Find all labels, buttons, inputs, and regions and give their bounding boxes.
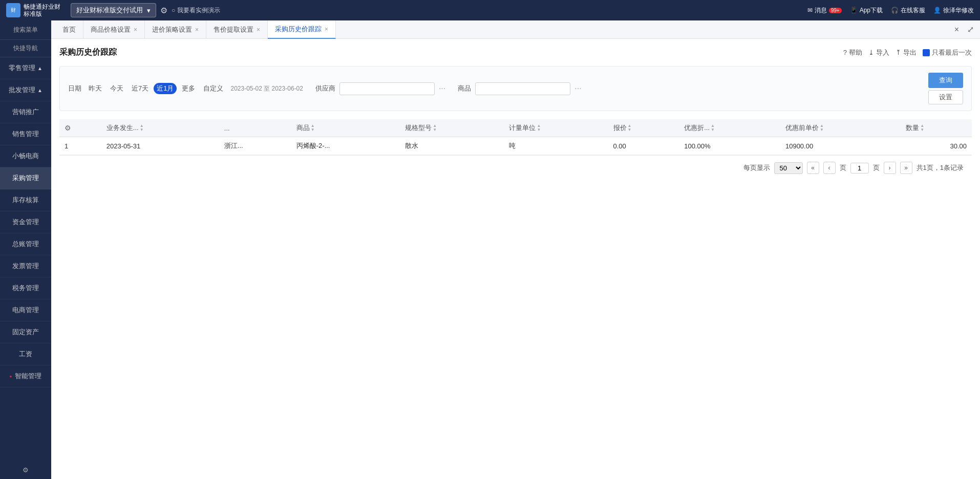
message-button[interactable]: ✉ 消息 99+ (807, 6, 842, 15)
page-title: 采购历史价跟踪 (59, 47, 117, 58)
export-button[interactable]: ⤒ 导出 (896, 48, 917, 57)
first-page-button[interactable]: « (807, 162, 819, 174)
date-opt-custom[interactable]: 自定义 (200, 83, 226, 94)
col-discount-sort[interactable]: 优惠折... ▲▼ (684, 123, 775, 133)
col-original-price-header: 优惠前单价 ▲▼ (780, 119, 901, 137)
sidebar-item-inventory[interactable]: 库存核算 (0, 189, 51, 211)
settings-button[interactable]: 设置 (928, 90, 963, 104)
filter-row: 日期 昨天 今天 近7天 近1月 更多 自定义 2023-05-02 至 202… (68, 73, 963, 104)
tab-close-product-price[interactable]: × (134, 26, 137, 33)
page-total-info: 共1页，1条记录 (917, 163, 964, 172)
tab-actions: × ⤢ (952, 24, 976, 35)
tab-product-price[interactable]: 商品价格设置 × (83, 20, 145, 39)
sidebar-item-wholesale[interactable]: 批发管理 ▲ (0, 79, 51, 101)
sidebar-item-retail[interactable]: 零售管理 ▲ (0, 57, 51, 79)
pagination: 每页显示 50 100 200 « ‹ 页 页 › » 共1页，1条记录 (59, 155, 972, 180)
table-header-row: ⚙ 业务发生... ▲▼ ... (59, 119, 972, 137)
column-settings-icon[interactable]: ⚙ (65, 124, 71, 132)
sidebar-settings-button[interactable]: ⚙ (0, 461, 51, 479)
per-page-label: 每页显示 (743, 163, 770, 172)
tab-purchase-strategy[interactable]: 进价策略设置 × (145, 20, 206, 39)
sidebar-item-ledger[interactable]: 总账管理 (0, 233, 51, 255)
date-opt-more[interactable]: 更多 (179, 83, 198, 94)
supplier-input[interactable] (339, 82, 435, 95)
user-menu-button[interactable]: 👤 徐泽华修改 (933, 6, 974, 15)
sidebar-search[interactable]: 搜索菜单 (0, 20, 51, 40)
page-label-suffix: 页 (873, 163, 880, 172)
tab-close-purchase-strategy[interactable]: × (195, 26, 199, 33)
col-original-price-sort[interactable]: 优惠前单价 ▲▼ (785, 123, 896, 133)
product-input[interactable] (475, 82, 570, 95)
next-page-button[interactable]: › (884, 162, 896, 174)
help-icon: ? (843, 49, 847, 56)
sidebar-item-tax[interactable]: 税务管理 (0, 277, 51, 299)
col-product-sort[interactable]: 商品 ▲▼ (296, 123, 395, 133)
product-label: 商品 (458, 84, 471, 93)
sidebar-item-invoice[interactable]: 发票管理 (0, 255, 51, 277)
sidebar-item-purchase[interactable]: 采购管理 (0, 167, 51, 189)
date-opt-today[interactable]: 今天 (107, 83, 126, 94)
date-opt-yesterday[interactable]: 昨天 (86, 83, 105, 94)
tab-home[interactable]: 首页 (55, 20, 83, 39)
sidebar-item-payroll[interactable]: 工资 (0, 343, 51, 365)
col-unit-sort[interactable]: 计量单位 ▲▼ (509, 123, 603, 133)
sidebar-item-assets[interactable]: 固定资产 (0, 321, 51, 343)
last-page-button[interactable]: » (900, 162, 912, 174)
logo-area: 财 畅捷通好业财 标准版 (6, 3, 60, 18)
headset-icon: 🎧 (891, 7, 899, 14)
sidebar-item-sales[interactable]: 销售管理 (0, 123, 51, 145)
query-button[interactable]: 查询 (928, 73, 963, 88)
supplier-filter-group: 供应商 ··· (315, 82, 445, 95)
tab-close-all-button[interactable]: × (952, 24, 961, 35)
sidebar-item-ecommerce[interactable]: 电商管理 (0, 299, 51, 321)
tab-expand-button[interactable]: ⤢ (965, 24, 976, 35)
app-selector[interactable]: 好业财标准版交付试用 ▾ (71, 3, 156, 17)
user-icon: 👤 (933, 7, 941, 14)
import-button[interactable]: ⤓ 导入 (868, 48, 889, 57)
dot-icon: ● (10, 374, 12, 379)
cell-discount: 100.00% (679, 137, 780, 155)
sidebar-item-finance[interactable]: 资金管理 (0, 211, 51, 233)
tab-sale-price[interactable]: 售价提取设置 × (206, 20, 268, 39)
col-quote-header: 报价 ▲▼ (608, 119, 679, 137)
tab-purchase-history[interactable]: 采购历史价跟踪 × (268, 20, 336, 39)
col-spec-sort[interactable]: 规格型号 ▲▼ (405, 123, 499, 133)
topbar: 财 畅捷通好业财 标准版 好业财标准版交付试用 ▾ ⚙ ○ 我要看实例演示 ✉ … (0, 0, 980, 20)
col-quote-sort[interactable]: 报价 ▲▼ (613, 123, 674, 133)
sort-arrows-product: ▲▼ (311, 124, 315, 132)
sort-arrows-quantity: ▲▼ (920, 124, 924, 132)
col-date-sort[interactable]: 业务发生... ▲▼ (106, 123, 214, 133)
table-body: 1 2023-05-31 浙江... 丙烯酸-2-... 散水 吨 0.00 1… (59, 137, 972, 155)
page-number-input[interactable] (850, 163, 869, 173)
demo-button[interactable]: ○ 我要看实例演示 (172, 6, 220, 15)
col-unit-header: 计量单位 ▲▼ (504, 119, 608, 137)
cell-product: 丙烯酸-2-... (291, 137, 400, 155)
page-header: 采购历史价跟踪 ? 帮助 ⤓ 导入 ⤒ 导出 (59, 47, 972, 58)
prev-page-button[interactable]: ‹ (823, 162, 836, 174)
date-opt-1month[interactable]: 近1月 (154, 83, 177, 94)
sidebar-quick-nav[interactable]: 快捷导航 (0, 40, 51, 57)
show-latest-checkbox[interactable]: 只看最后一次 (923, 48, 972, 57)
sidebar-item-marketing[interactable]: 营销推广 (0, 101, 51, 123)
sidebar-item-ecommerce-small[interactable]: 小畅电商 (0, 145, 51, 167)
per-page-select[interactable]: 50 100 200 (774, 162, 803, 174)
app-download-button[interactable]: 📱 App下载 (850, 6, 883, 15)
product-dots[interactable]: ··· (574, 84, 581, 93)
phone-icon: 📱 (850, 7, 858, 14)
table-row: 1 2023-05-31 浙江... 丙烯酸-2-... 散水 吨 0.00 1… (59, 137, 972, 155)
col-quantity-sort[interactable]: 数量 ▲▼ (906, 123, 967, 133)
cell-index: 1 (59, 137, 101, 155)
retail-arrow-icon: ▲ (37, 66, 42, 71)
online-service-button[interactable]: 🎧 在线客服 (891, 6, 925, 15)
sidebar-item-smart[interactable]: ● 智能管理 (0, 365, 51, 387)
page-actions: ? 帮助 ⤓ 导入 ⤒ 导出 只看最后一次 (843, 48, 972, 57)
topbar-settings-button[interactable]: ⚙ (160, 6, 167, 15)
date-opt-7days[interactable]: 近7天 (129, 83, 152, 94)
tab-close-sale-price[interactable]: × (257, 26, 260, 33)
cell-quantity: 30.00 (901, 137, 972, 155)
supplier-dots[interactable]: ··· (439, 84, 445, 93)
help-button[interactable]: ? 帮助 (843, 48, 862, 57)
cell-unit: 吨 (504, 137, 608, 155)
date-filter-group: 日期 昨天 今天 近7天 近1月 更多 自定义 2023-05-02 至 202… (68, 83, 303, 94)
tab-close-purchase-history[interactable]: × (325, 26, 328, 33)
